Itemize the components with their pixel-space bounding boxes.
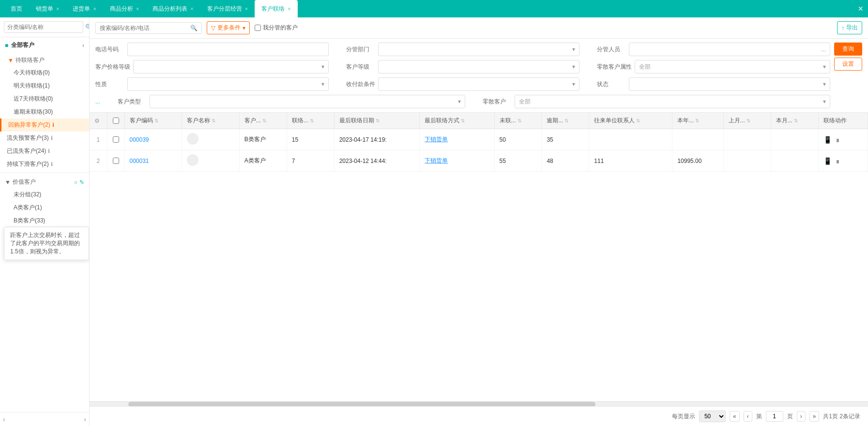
query-button[interactable]: 查询 [834,43,862,56]
settings-button[interactable]: 设置 [834,58,862,71]
customer-type-select[interactable]: ▾ [150,95,465,108]
search-icon[interactable]: 🔍 [85,24,90,30]
row-checkbox[interactable] [113,158,119,164]
price-level-select[interactable]: ▾ [133,60,329,73]
advanced-filter: 电话号码 分管部门 ▾ 分管人员 [90,39,868,113]
sidebar-item-7days[interactable]: 近7天待联络(0) [0,92,89,105]
sort-icon[interactable]: ⇅ [461,118,465,123]
row-uncontacted: 55 [494,150,542,172]
sort-icon[interactable]: ⇅ [212,118,215,123]
sort-icon[interactable]: ⇅ [518,118,521,123]
sidebar-item-overdue[interactable]: 逾期未联络(30) [0,105,89,118]
sort-icon[interactable]: ⇅ [794,118,798,123]
th-last-month: 上月...⇅ [723,113,771,129]
all-customers-header[interactable]: ■ 全部客户 › [0,37,89,53]
sort-icon[interactable]: ⇅ [262,118,266,123]
sidebar-item-repurchase-abnormal[interactable]: 回购异常客户(2) ℹ [0,118,89,132]
sort-icon[interactable]: ⇅ [564,118,568,123]
row-level: A类客户 [239,150,287,172]
retail-customer-field: 零散客户 全部 ▾ [483,95,830,108]
row-contact-person [589,129,672,150]
grid-icon[interactable]: ∎ [836,136,840,144]
last-page-button[interactable]: » [809,411,820,422]
manager-select[interactable]: ... [629,43,830,56]
phone-icon[interactable]: 📱 [823,136,832,144]
sidebar-item-churned[interactable]: 已流失客户(24) ℹ [0,145,89,158]
export-button[interactable]: ↑ 导出 [837,21,862,34]
content-area: 🔍 ▽ 更多条件 ▾ 我分管的客户 ↑ 导出 [90,17,868,426]
sidebar-item-today[interactable]: 今天待联络(0) [0,66,89,79]
sidebar-item-unclassified[interactable]: 未分组(32) [0,188,89,201]
row-no: 2 [90,150,107,172]
nav-purchase-order[interactable]: 进货单 × [66,0,103,17]
edit-icon[interactable]: ✎ [79,179,84,186]
chevron-down-icon: ▾ [321,81,324,88]
right-arrow-icon[interactable]: › [84,415,86,423]
close-icon[interactable]: × [56,6,59,12]
gender-select[interactable]: ▾ [127,77,329,91]
filter-row-2: 客户价格等级 ▾ 客户等级 ▾ [95,60,830,73]
my-customers-check[interactable] [255,25,261,31]
close-icon[interactable]: × [136,6,139,12]
search-submit-icon[interactable]: 🔍 [190,25,198,31]
sort-icon[interactable]: ⇅ [310,118,314,123]
sidebar-item-tomorrow[interactable]: 明天待联络(1) [0,79,89,92]
nav-product-analysis-list[interactable]: 商品分析列表 × [146,0,200,17]
category-search-input[interactable] [4,21,83,33]
nav-sales-order[interactable]: 销货单 × [29,0,66,17]
first-page-button[interactable]: « [730,411,740,422]
search-input[interactable] [100,25,188,31]
next-page-button[interactable]: › [797,411,806,422]
sort-icon[interactable]: ⇅ [746,118,750,123]
nav-product-analysis[interactable]: 商品分析 × [103,0,146,17]
prev-page-button[interactable]: ‹ [744,411,752,422]
sidebar-item-class-b[interactable]: B类客户(33) [0,214,89,227]
per-page-select[interactable]: 50 100 200 [699,411,726,422]
settings-icon[interactable]: ⚙ [94,118,100,124]
retail-customer-select[interactable]: 全部 ▾ [515,95,830,108]
status-select[interactable]: ▾ [629,77,830,91]
nav-customer-tier[interactable]: 客户分层经营 × [200,0,255,17]
more-filters-button[interactable]: ▽ 更多条件 ▾ [207,21,250,34]
current-page-input[interactable] [766,411,783,422]
grid-icon[interactable]: ∎ [836,157,840,165]
close-icon[interactable]: × [288,6,290,12]
select-all-checkbox[interactable] [113,118,119,124]
refresh-icon[interactable]: ○ [74,179,77,186]
my-customers-checkbox[interactable]: 我分管的客户 [255,24,298,32]
last-contact-type-link[interactable]: 下销货单 [425,136,448,143]
dept-select[interactable]: ▾ [378,43,579,56]
sidebar-item-class-a[interactable]: A类客户(1) [0,201,89,214]
horizontal-scrollbar[interactable] [90,401,868,406]
more-filters-link[interactable]: ... [95,98,100,105]
row-last-date: 2023-04-12 14:44: [334,150,420,172]
value-customers-header[interactable]: ▼ 价值客户 ○ ✎ [0,175,89,188]
dept-field: 分管部门 ▾ [346,43,579,56]
close-icon[interactable]: × [245,6,248,12]
nav-home[interactable]: 首页 [4,0,29,17]
row-code[interactable]: 000039 [124,129,182,150]
row-code[interactable]: 000031 [124,150,182,172]
chevron-right-icon[interactable]: › [82,42,84,49]
sidebar-item-declining[interactable]: 持续下滑客户(2) ℹ [0,158,89,171]
sidebar-search-area: 🔍 [0,17,89,37]
nav-customer-contact[interactable]: 客户联络 × [255,0,297,17]
row-checkbox[interactable] [113,136,119,143]
sort-icon[interactable]: ⇅ [695,118,699,123]
sort-icon[interactable]: ⇅ [636,118,640,123]
sort-icon[interactable]: ⇅ [154,118,158,123]
sidebar-item-churn-warning[interactable]: 流失预警客户(3) ℹ [0,132,89,145]
close-all-button[interactable]: × [858,4,863,14]
sort-icon[interactable]: ⇅ [376,118,380,123]
left-arrow-icon[interactable]: ‹ [3,415,5,423]
customer-level-select[interactable]: ▾ [378,60,579,73]
payment-select[interactable]: ▾ [378,77,579,91]
retail-attr-select[interactable]: 全部 ▾ [635,60,830,73]
phone-input[interactable] [127,43,329,56]
phone-icon[interactable]: 📱 [823,157,832,165]
close-icon[interactable]: × [190,6,193,12]
main-layout: 🔍 ■ 全部客户 › ▼ 待联络客户 今天待联络(0) 明天待联络(1) 近7天… [0,17,868,426]
close-icon[interactable]: × [93,6,96,12]
filter-row-1: 电话号码 分管部门 ▾ 分管人员 [95,43,830,56]
last-contact-type-link[interactable]: 下销货单 [425,157,448,164]
